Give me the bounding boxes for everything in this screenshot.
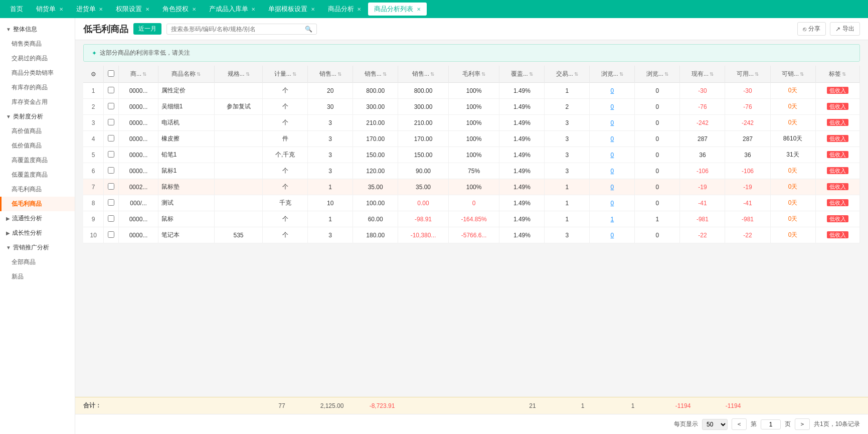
th-coverage[interactable]: 覆盖...⇅ <box>499 66 545 83</box>
td-unit: 千克 <box>263 195 308 211</box>
nav-roles[interactable]: 角色授权 ✕ <box>156 3 202 16</box>
th-gross-margin[interactable]: 毛利率⇅ <box>448 66 499 83</box>
nav-permissions[interactable]: 权限设置 ✕ <box>110 3 155 16</box>
prev-page-button[interactable]: ＜ <box>732 418 747 430</box>
td-checkbox[interactable] <box>104 195 119 211</box>
nav-template-settings[interactable]: 单据模板设置 ✕ <box>262 3 321 16</box>
row-checkbox[interactable] <box>108 135 114 141</box>
th-name[interactable]: 商品名称⇅ <box>158 66 214 83</box>
th-sales-profit[interactable]: 销售...⇅ <box>398 66 449 83</box>
sidebar-item-low-coverage[interactable]: 低覆盖度商品 <box>0 168 75 182</box>
sidebar-group-coverage[interactable]: ▼ 类射度分析 <box>0 109 75 124</box>
td-checkbox[interactable] <box>104 163 119 179</box>
nav-close-permissions[interactable]: ✕ <box>145 7 149 12</box>
sidebar-item-all-goods[interactable]: 全部商品 <box>0 255 75 269</box>
sidebar-group-overall[interactable]: ▼ 整体信息 <box>0 22 75 37</box>
td-view1[interactable]: 0 <box>590 83 635 99</box>
td-checkbox[interactable] <box>104 179 119 195</box>
nav-close-goods-list[interactable]: ✕ <box>417 7 421 12</box>
select-all-checkbox[interactable] <box>108 70 114 77</box>
sidebar-group-marketing[interactable]: ▼ 营销推广分析 <box>0 240 75 255</box>
nav-close-sales[interactable]: ✕ <box>59 7 63 12</box>
export-icon: ↗ <box>835 26 840 33</box>
td-checkbox[interactable] <box>104 99 119 115</box>
row-checkbox[interactable] <box>108 119 114 125</box>
td-view1[interactable]: 1 <box>590 211 635 227</box>
nav-purchase[interactable]: 进货单 ✕ <box>70 3 109 16</box>
row-checkbox[interactable] <box>108 199 114 206</box>
row-checkbox[interactable] <box>108 103 114 109</box>
th-sales-qty[interactable]: 销售...⇅ <box>308 66 353 83</box>
th-trade[interactable]: 交易...⇅ <box>545 66 590 83</box>
td-view1[interactable]: 0 <box>590 131 635 147</box>
sidebar-item-sales-goods[interactable]: 销售类商品 <box>0 37 75 51</box>
td-view1[interactable]: 0 <box>590 115 635 131</box>
sidebar-item-new-goods[interactable]: 新品 <box>0 269 75 284</box>
time-filter-button[interactable]: 近一月 <box>133 23 161 35</box>
page-input[interactable] <box>761 419 781 429</box>
arrow-icon: ▼ <box>6 27 11 32</box>
row-checkbox[interactable] <box>108 151 114 158</box>
sidebar-group-growth[interactable]: ▶ 成长性分析 <box>0 226 75 240</box>
td-view1[interactable]: 0 <box>590 147 635 163</box>
nav-close-template[interactable]: ✕ <box>311 7 315 12</box>
nav-close-roles[interactable]: ✕ <box>192 7 196 12</box>
th-code[interactable]: 商...⇅ <box>119 66 158 83</box>
nav-home[interactable]: 首页 <box>4 3 29 16</box>
row-checkbox[interactable] <box>108 215 114 222</box>
sidebar-item-stock-capital[interactable]: 库存资金占用 <box>0 95 75 109</box>
td-view1[interactable]: 0 <box>590 179 635 195</box>
td-checkbox[interactable] <box>104 211 119 227</box>
th-unit[interactable]: 计量...⇅ <box>263 66 308 83</box>
th-view2[interactable]: 浏览...⇅ <box>635 66 680 83</box>
row-checkbox[interactable] <box>108 167 114 174</box>
td-tag: 低收入 <box>815 131 859 147</box>
table-row: 9 0000... 鼠标 个 1 60.00 -98.91 -164.85% 1… <box>83 211 860 227</box>
sidebar-item-low-margin[interactable]: 低毛利商品 <box>0 197 75 211</box>
th-sales-price[interactable]: 销售...⇅ <box>353 66 398 83</box>
nav-close-goods-analysis[interactable]: ✕ <box>357 7 361 12</box>
sidebar-group-circulation[interactable]: ▶ 流通性分析 <box>0 211 75 226</box>
nav-close-purchase[interactable]: ✕ <box>99 7 103 12</box>
page-suffix: 页 <box>785 420 791 428</box>
sidebar-item-category-rate[interactable]: 商品分类助销率 <box>0 66 75 80</box>
td-view1[interactable]: 0 <box>590 195 635 211</box>
td-view1[interactable]: 0 <box>590 227 635 243</box>
search-input[interactable] <box>171 26 305 33</box>
export-button[interactable]: ↗ 导出 <box>830 22 860 36</box>
row-checkbox[interactable] <box>108 231 114 238</box>
td-spec <box>214 131 262 147</box>
td-checkbox[interactable] <box>104 147 119 163</box>
nav-goods-analysis-list[interactable]: 商品分析列表 ✕ <box>368 3 427 16</box>
td-view1[interactable]: 0 <box>590 99 635 115</box>
th-available[interactable]: 可用...⇅ <box>725 66 770 83</box>
share-button[interactable]: ⎋ 分享 <box>797 22 826 36</box>
td-checkbox[interactable] <box>104 227 119 243</box>
sidebar-item-traded-goods[interactable]: 交易过的商品 <box>0 51 75 66</box>
per-page-select[interactable]: 50 100 200 <box>702 419 728 430</box>
search-icon[interactable]: 🔍 <box>305 26 312 33</box>
nav-goods-analysis[interactable]: 商品分析 ✕ <box>322 3 368 16</box>
th-current-stock[interactable]: 现有...⇅ <box>680 66 725 83</box>
th-view1[interactable]: 浏览...⇅ <box>590 66 635 83</box>
nav-product-entry[interactable]: 产成品入库单 ✕ <box>203 3 262 16</box>
sidebar-item-low-value[interactable]: 低价值商品 <box>0 138 75 153</box>
row-checkbox[interactable] <box>108 87 114 93</box>
td-checkbox[interactable] <box>104 131 119 147</box>
th-sellable[interactable]: 可销...⇅ <box>770 66 815 83</box>
th-tag[interactable]: 标签⇅ <box>815 66 859 83</box>
sidebar-item-high-margin[interactable]: 高毛利商品 <box>0 182 75 197</box>
sidebar-item-stocked-goods[interactable]: 有库存的商品 <box>0 80 75 95</box>
th-checkbox[interactable] <box>104 66 119 83</box>
th-spec[interactable]: 规格...⇅ <box>214 66 262 83</box>
nav-sales[interactable]: 销货单 ✕ <box>30 3 69 16</box>
td-view1[interactable]: 0 <box>590 163 635 179</box>
th-settings[interactable]: ⚙ <box>83 66 104 83</box>
next-page-button[interactable]: ＞ <box>795 418 810 430</box>
sidebar-item-high-coverage[interactable]: 高覆盖度商品 <box>0 153 75 168</box>
td-checkbox[interactable] <box>104 83 119 99</box>
td-checkbox[interactable] <box>104 115 119 131</box>
sidebar-item-high-value[interactable]: 高价值商品 <box>0 124 75 138</box>
row-checkbox[interactable] <box>108 183 114 190</box>
nav-close-product-entry[interactable]: ✕ <box>251 7 255 12</box>
